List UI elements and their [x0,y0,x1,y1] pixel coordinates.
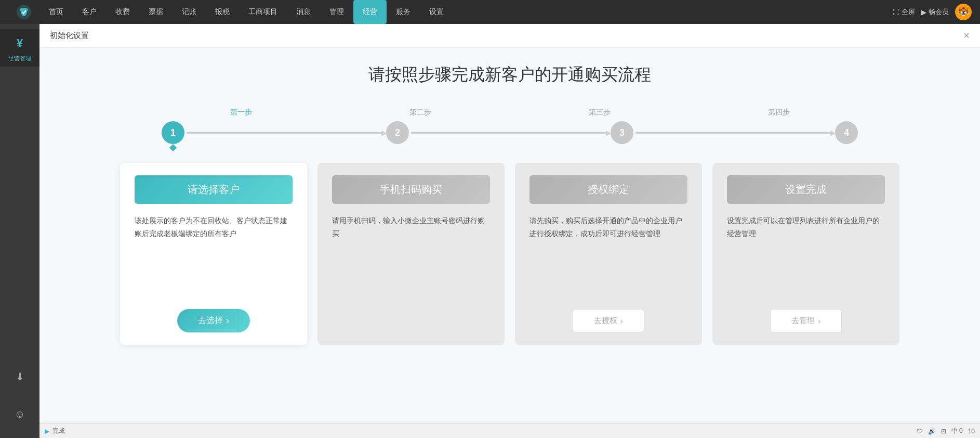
page-header: 初始化设置 × [39,24,980,48]
sidebar-download[interactable]: ⬇ [0,358,39,395]
arrow2-icon: ▶ [606,128,612,137]
fullscreen-label: 全屏 [902,7,915,17]
card4-header: 设置完成 [727,175,885,204]
go-auth-label: 去授权 [594,316,617,326]
nav-logo [8,4,39,20]
nav-message[interactable]: 消息 [287,0,320,24]
main-content: 初始化设置 × 请按照步骤完成新客户的开通购买流程 第一步 第二步 第三步 [39,24,980,438]
member-button[interactable]: ▶ 畅会员 [921,7,949,17]
card4-footer: 去管理 › [727,309,885,332]
nav-business[interactable]: 工商项目 [239,0,287,24]
nav-settings[interactable]: 设置 [420,0,453,24]
go-select-button[interactable]: 去选择 › [177,309,250,332]
main-layout: ¥ 经营管理 ⬇ ☺ 初始化设置 × 请按照步骤完成新客户的开通购买流程 [0,24,980,438]
card1-body: 该处展示的客户为不在回收站、客户状态正常建账后完成老板端绑定的所有客户 [135,214,293,299]
step3-label: 第三步 [589,108,611,116]
nav-manage[interactable]: 管理 [320,0,353,24]
go-manage-label: 去管理 [791,316,815,326]
card-step2: 手机扫码购买 请用手机扫码，输入小微企业主账号密码进行购买 [317,163,505,345]
nav-charge[interactable]: 收费 [106,0,139,24]
fullscreen-icon: ⛶ [893,8,899,16]
card2-body: 请用手机扫码，输入小微企业主账号密码进行购买 [332,214,490,332]
sidebar-item-label: 经营管理 [8,55,31,62]
card-step1: 请选择客户 该处展示的客户为不在回收站、客户状态正常建账后完成老板端绑定的所有客… [120,163,307,345]
nav-items: 首页 客户 收费 票据 记账 报税 工商项目 消息 管理 经营 服务 设置 [39,0,893,24]
nav-home[interactable]: 首页 [39,0,73,24]
go-manage-arrow: › [818,316,820,325]
card1-header: 请选择客户 [135,175,293,204]
video-icon: ▶ [921,8,926,16]
status-label: 完成 [52,427,65,435]
yuan-icon: ¥ [10,34,29,53]
nav-service[interactable]: 服务 [387,0,420,24]
input-status: 中 0 [951,427,963,435]
sidebar: ¥ 经营管理 ⬇ ☺ [0,24,39,438]
arrow3-icon: ▶ [830,128,836,137]
support-icon: ☺ [10,405,29,423]
step1-label: 第一步 [230,108,252,116]
sidebar-bottom: ⬇ ☺ [0,358,39,438]
card3-footer: 去授权 › [529,309,687,332]
sidebar-support[interactable]: ☺ [0,395,39,433]
download-icon: ⬇ [10,367,29,386]
nav-customer[interactable]: 客户 [73,0,106,24]
nav-right: ⛶ 全屏 ▶ 畅会员 🐯 [893,4,972,20]
go-auth-arrow: › [620,316,623,325]
user-avatar[interactable]: 🐯 [955,4,972,20]
nav-bill[interactable]: 票据 [139,0,173,24]
content-area: 请按照步骤完成新客户的开通购买流程 第一步 第二步 第三步 第四步 [39,48,980,423]
step1-circle: 1 [162,121,184,144]
nav-account[interactable]: 记账 [173,0,206,24]
cards-row: 请选择客户 该处展示的客户为不在回收站、客户状态正常建账后完成老板端绑定的所有客… [120,163,899,345]
card2-header: 手机扫码购买 [332,175,490,204]
go-select-label: 去选择 [198,315,223,326]
member-label: 畅会员 [929,7,949,17]
step3-circle: 3 [611,121,633,144]
volume-icon: 🔊 [928,428,936,435]
step2-circle: 2 [386,121,409,144]
card1-footer: 去选择 › [135,309,293,332]
time-display: 10 [968,428,975,435]
step2-label: 第二步 [409,108,431,116]
card-step4: 设置完成 设置完成后可以在管理列表进行所有企业用户的经营管理 去管理 › [712,163,899,345]
step4-label: 第四步 [768,108,790,116]
go-manage-button[interactable]: 去管理 › [770,309,842,332]
card3-header: 授权绑定 [529,175,687,204]
main-title: 请按照步骤完成新客户的开通购买流程 [368,63,651,86]
go-auth-button[interactable]: 去授权 › [573,309,644,332]
go-select-arrow: › [226,315,229,326]
sidebar-item-operation[interactable]: ¥ 经营管理 [0,29,39,67]
nav-tax[interactable]: 报税 [206,0,239,24]
card4-body: 设置完成后可以在管理列表进行所有企业用户的经营管理 [727,214,885,299]
status-left: ▶ 完成 [45,427,65,435]
close-button[interactable]: × [963,30,970,42]
arrow1-icon: ▶ [381,128,387,137]
nav-operation[interactable]: 经营 [353,0,387,24]
network-icon: ⊡ [941,428,946,435]
play-icon: ▶ [45,428,49,435]
shield-icon: 🛡 [917,428,923,435]
status-bar: ▶ 完成 🛡 🔊 ⊡ 中 0 10 [39,423,980,438]
page-title: 初始化设置 [50,31,89,41]
top-nav: 首页 客户 收费 票据 记账 报税 工商项目 消息 管理 经营 服务 设置 ⛶ … [0,0,980,24]
step4-circle: 4 [835,121,858,144]
fullscreen-button[interactable]: ⛶ 全屏 [893,7,915,17]
card3-body: 请先购买，购买后选择开通的产品中的企业用户进行授权绑定，成功后即可进行经营管理 [529,214,687,299]
card-step3: 授权绑定 请先购买，购买后选择开通的产品中的企业用户进行授权绑定，成功后即可进行… [515,163,702,345]
status-right: 🛡 🔊 ⊡ 中 0 10 [917,427,975,435]
